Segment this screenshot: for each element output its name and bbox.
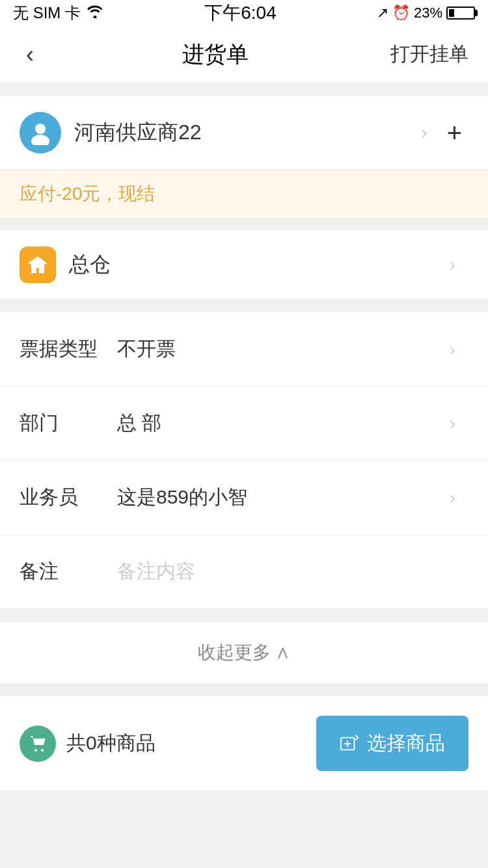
battery-percent: 23% [414,5,442,21]
invoice-type-value: 不开票 [117,336,450,362]
collapse-label: 收起更多 ∧ [198,640,291,665]
sales-rep-label: 业务员 [20,484,98,511]
warehouse-icon [20,247,56,283]
warehouse-chevron-icon: › [450,254,455,275]
department-row[interactable]: 部门 总 部 › [0,387,488,461]
department-label: 部门 [20,410,98,437]
home-icon [27,254,49,276]
department-value: 总 部 [117,410,450,437]
add-supplier-button[interactable]: + [441,118,468,148]
warehouse-row[interactable]: 总仓 › [0,231,488,299]
status-right: ↗ ⏰ 23% [377,5,475,21]
form-section: 票据类型 不开票 › 部门 总 部 › 业务员 这是859的小智 › 备注 备注… [0,312,488,608]
back-button[interactable]: ‹ [20,34,40,75]
supplier-notice: 应付-20元，现结 [0,170,488,218]
product-icon [20,726,56,762]
page-background [0,791,488,868]
page-title: 进货单 [182,40,249,70]
sim-signal: 无 SIM 卡 [13,3,81,23]
status-bar: 无 SIM 卡 下午6:04 ↗ ⏰ 23% [0,0,488,26]
svg-point-1 [31,135,49,145]
nav-bar: ‹ 进货单 打开挂单 [0,26,488,83]
svg-point-3 [41,749,44,752]
invoice-type-label: 票据类型 [20,336,98,362]
select-product-icon [340,734,359,753]
person-icon [28,120,53,145]
product-count-area: 共0种商品 [20,726,156,762]
invoice-type-row[interactable]: 票据类型 不开票 › [0,312,488,387]
department-chevron-icon: › [450,413,455,434]
open-pending-button[interactable]: 打开挂单 [390,41,468,68]
svg-point-2 [34,749,37,752]
cart-icon [27,733,48,754]
supplier-row[interactable]: 河南供应商22 › + [0,96,488,170]
sales-rep-row[interactable]: 业务员 这是859的小智 › [0,461,488,535]
warehouse-name: 总仓 [69,251,450,279]
select-product-label: 选择商品 [367,730,445,757]
alarm-icon: ⏰ [392,5,410,21]
supplier-name: 河南供应商22 [74,118,421,147]
sales-rep-value: 这是859的小智 [117,484,450,511]
status-left: 无 SIM 卡 [13,3,104,23]
warehouse-section: 总仓 › [0,231,488,299]
collapse-row[interactable]: 收起更多 ∧ [0,621,488,683]
bottom-product-section: 共0种商品 选择商品 [0,696,488,791]
section-divider-1 [0,83,488,96]
invoice-type-chevron-icon: › [450,339,455,360]
status-time: 下午6:04 [204,1,277,25]
sales-rep-chevron-icon: › [450,487,455,508]
battery-icon [446,7,475,20]
remark-row[interactable]: 备注 备注内容 [0,535,488,608]
supplier-chevron-icon: › [421,122,427,143]
select-product-button[interactable]: 选择商品 [316,716,468,771]
product-count-text: 共0种商品 [66,730,156,757]
supplier-avatar [20,112,61,154]
svg-point-0 [35,124,46,134]
wifi-icon [86,4,104,22]
supplier-section: 河南供应商22 › + 应付-20元，现结 [0,96,488,218]
remark-placeholder: 备注内容 [117,558,468,585]
remark-label: 备注 [20,558,98,585]
location-icon: ↗ [377,5,388,21]
